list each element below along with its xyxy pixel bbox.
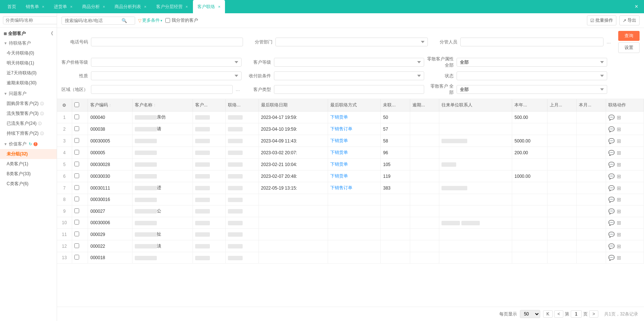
cell-last-contact-method[interactable] bbox=[328, 205, 381, 217]
tab-customer-segment[interactable]: 客户分层经营 × bbox=[152, 0, 192, 13]
sidebar-group-problem-label[interactable]: ▼ 问题客户 bbox=[0, 89, 57, 99]
page-size-select[interactable]: 50 100 bbox=[520, 310, 540, 318]
sidebar-item-week-pending[interactable]: 近7天待联络(0) bbox=[0, 68, 57, 78]
sidebar-group-value-label[interactable]: ▼ 价值客户 ↻ ! bbox=[0, 139, 57, 149]
th-contact[interactable]: 联络... bbox=[226, 99, 259, 112]
th-checkbox[interactable] bbox=[72, 99, 88, 112]
cell-checkbox[interactable] bbox=[72, 159, 88, 170]
region-dots-btn[interactable]: … bbox=[234, 87, 242, 92]
th-name-sort[interactable]: 客户名称 ⋮ bbox=[135, 102, 190, 108]
row-checkbox[interactable] bbox=[74, 185, 79, 190]
row-checkbox[interactable] bbox=[74, 138, 79, 143]
row-checkbox[interactable] bbox=[74, 232, 79, 236]
chat-icon[interactable]: 💬 bbox=[608, 173, 615, 179]
more-conditions-btn[interactable]: ▽ 更多条件 ▾ bbox=[138, 17, 162, 24]
contact-method-link[interactable]: 下销货单 bbox=[330, 114, 348, 120]
prev-page-btn[interactable]: < bbox=[554, 310, 563, 318]
row-checkbox[interactable] bbox=[74, 243, 79, 248]
cell-checkbox[interactable] bbox=[72, 229, 88, 240]
tab-purchase-close[interactable]: × bbox=[70, 4, 72, 9]
cell-last-contact-method[interactable] bbox=[328, 194, 381, 205]
sidebar-group-pending-label[interactable]: ▼ 待联络客户 bbox=[0, 38, 57, 48]
manager-dots-btn[interactable]: … bbox=[605, 39, 612, 45]
contact-method-link[interactable]: 下销货单 bbox=[330, 138, 348, 143]
chat-icon[interactable]: 💬 bbox=[608, 162, 615, 167]
price-level-select[interactable] bbox=[91, 58, 242, 67]
manager-input[interactable] bbox=[460, 38, 603, 46]
tab-product-analysis-close[interactable]: × bbox=[103, 4, 105, 9]
th-type[interactable]: 客户... bbox=[193, 99, 226, 112]
contact-method-link[interactable]: 下销货单 bbox=[330, 162, 348, 167]
tab-product-analysis-list-close[interactable]: × bbox=[144, 4, 146, 9]
chat-icon[interactable]: 💬 bbox=[608, 126, 615, 132]
cell-checkbox[interactable] bbox=[72, 112, 88, 123]
sidebar-search-input[interactable] bbox=[3, 16, 57, 24]
sidebar-item-b-class[interactable]: B类客户(33) bbox=[0, 169, 57, 179]
sidebar-item-ungroup[interactable]: 未分组(32) bbox=[0, 149, 57, 159]
chat-icon[interactable]: 💬 bbox=[608, 232, 615, 237]
row-checkbox[interactable] bbox=[74, 162, 79, 166]
cell-checkbox[interactable] bbox=[72, 217, 88, 229]
grid-action-icon[interactable]: ⊞ bbox=[617, 162, 621, 167]
cell-last-contact-method[interactable]: 下销货单 bbox=[328, 159, 381, 170]
sidebar-item-declining[interactable]: 持续下滑客户(2) ⓘ bbox=[0, 128, 57, 138]
cell-last-contact-method[interactable]: 下销货单 bbox=[328, 170, 381, 182]
grid-action-icon[interactable]: ⊞ bbox=[617, 185, 621, 191]
cell-last-contact-method[interactable]: 下销货单 bbox=[328, 112, 381, 123]
th-unit-contact[interactable]: 往来单位联系人 bbox=[439, 99, 512, 112]
customer-type-input[interactable] bbox=[274, 85, 425, 94]
th-name[interactable]: 客户名称 ⋮ bbox=[132, 99, 193, 112]
row-checkbox[interactable] bbox=[74, 255, 79, 260]
region-input[interactable] bbox=[91, 85, 233, 94]
cell-checkbox[interactable] bbox=[72, 123, 88, 135]
select-all-checkbox[interactable] bbox=[74, 102, 79, 107]
next-page-btn[interactable]: > bbox=[589, 310, 598, 318]
my-customers-check[interactable] bbox=[165, 18, 170, 23]
th-settings[interactable]: ⚙ bbox=[57, 99, 72, 112]
contact-method-link[interactable]: 下销售订单 bbox=[330, 126, 352, 131]
grid-action-icon[interactable]: ⊞ bbox=[617, 208, 621, 214]
th-this-year[interactable]: 本年... bbox=[512, 99, 547, 112]
th-code[interactable]: 客户编码 ⋮ bbox=[88, 99, 132, 112]
cell-last-contact-method[interactable] bbox=[328, 252, 381, 264]
window-close-button[interactable]: × bbox=[632, 3, 641, 10]
grid-action-icon[interactable]: ⊞ bbox=[617, 173, 621, 179]
sidebar-all-customers[interactable]: ⊞ 全部客户 《 bbox=[0, 28, 57, 38]
row-checkbox[interactable] bbox=[74, 220, 79, 225]
cell-checkbox[interactable] bbox=[72, 182, 88, 194]
tab-product-analysis-list[interactable]: 商品分析列表 × bbox=[110, 0, 151, 13]
row-checkbox[interactable] bbox=[74, 126, 79, 131]
grid-action-icon[interactable]: ⊞ bbox=[617, 138, 621, 144]
filter-search-input[interactable] bbox=[65, 18, 120, 23]
sidebar-item-overdue-pending[interactable]: 逾期未联络(30) bbox=[0, 78, 57, 88]
sidebar-item-c-class[interactable]: C类客户(6) bbox=[0, 179, 57, 189]
reset-btn[interactable]: 设置 bbox=[618, 42, 640, 53]
cell-checkbox[interactable] bbox=[72, 135, 88, 147]
grid-action-icon[interactable]: ⊞ bbox=[617, 197, 621, 202]
th-overdue[interactable]: 逾期... bbox=[410, 99, 439, 112]
cell-last-contact-method[interactable]: 下销货单 bbox=[328, 147, 381, 159]
sidebar-item-churned[interactable]: 已流失客户(24) ⓘ bbox=[0, 119, 57, 128]
th-code-sort[interactable]: 客户编码 ⋮ bbox=[90, 102, 130, 108]
grid-action-icon[interactable]: ⊞ bbox=[617, 232, 621, 237]
th-this-month[interactable]: 本月... bbox=[577, 99, 606, 112]
cell-checkbox[interactable] bbox=[72, 252, 88, 264]
cell-checkbox[interactable] bbox=[72, 170, 88, 182]
row-checkbox[interactable] bbox=[74, 208, 79, 213]
chat-icon[interactable]: 💬 bbox=[608, 138, 615, 144]
export-btn[interactable]: ↗ 导出 bbox=[619, 15, 640, 25]
contact-method-link[interactable]: 下销售订单 bbox=[330, 185, 352, 190]
first-page-btn[interactable]: K bbox=[543, 310, 553, 318]
grid-action-icon[interactable]: ⊞ bbox=[617, 114, 621, 120]
chat-icon[interactable]: 💬 bbox=[608, 255, 615, 261]
contact-method-link[interactable]: 下销货单 bbox=[330, 173, 348, 179]
my-customers-checkbox[interactable]: 我分管的客户 bbox=[165, 17, 198, 24]
cell-last-contact-method[interactable]: 下销售订单 bbox=[328, 182, 381, 194]
grid-action-icon[interactable]: ⊞ bbox=[617, 126, 621, 132]
payment-select[interactable] bbox=[274, 71, 425, 80]
cell-last-contact-method[interactable]: 下销售订单 bbox=[328, 123, 381, 135]
row-checkbox[interactable] bbox=[74, 197, 79, 201]
tab-product-analysis[interactable]: 商品分析 × bbox=[78, 0, 109, 13]
cell-last-contact-method[interactable] bbox=[328, 217, 381, 229]
sparse-customer-select[interactable]: 全部 bbox=[457, 85, 607, 94]
